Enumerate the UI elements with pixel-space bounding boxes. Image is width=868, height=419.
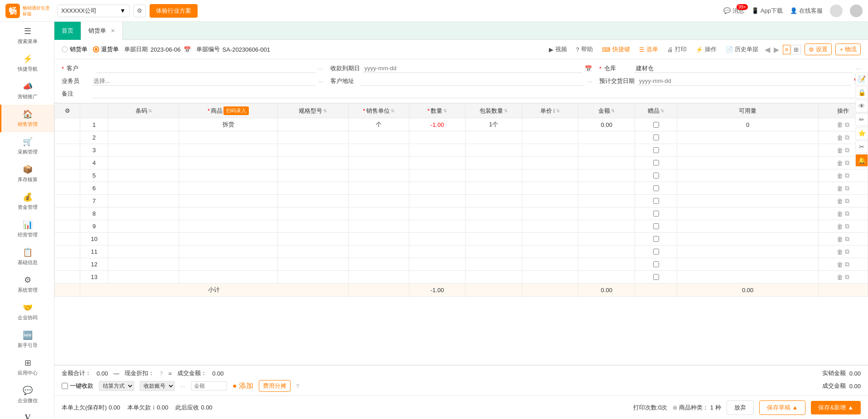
copy-row-icon[interactable]: ⧉ [845, 248, 849, 255]
row-barcode[interactable] [108, 182, 179, 195]
row-gift[interactable] [635, 157, 677, 169]
row-barcode[interactable] [108, 169, 179, 182]
sidebar-item-basic[interactable]: 📋 基础信息 [0, 243, 54, 270]
right-float-btn-1[interactable]: 📝 [855, 72, 868, 85]
row-pack-qty[interactable] [466, 182, 522, 195]
row-gift[interactable] [635, 207, 677, 220]
row-pack-qty[interactable] [466, 131, 522, 144]
grid-view-btn[interactable]: ⊞ [791, 45, 801, 54]
customer-dots[interactable]: ··· [318, 65, 323, 72]
row-unit[interactable] [348, 220, 409, 233]
help-btn[interactable]: ? 帮助 [573, 44, 596, 54]
row-gift[interactable] [635, 246, 677, 258]
row-spec[interactable] [278, 144, 349, 157]
payment-account-select[interactable]: 收款账号 [140, 381, 175, 391]
row-price[interactable] [522, 220, 578, 233]
row-gift[interactable] [635, 233, 677, 246]
shortcut-btn[interactable]: ⌨ 快捷键 [599, 44, 633, 54]
row-unit[interactable] [348, 207, 409, 220]
row-amount[interactable] [578, 195, 635, 207]
print-btn[interactable]: 🖨 打印 [664, 44, 689, 54]
row-amount[interactable] [578, 258, 635, 271]
copy-row-icon[interactable]: ⧉ [845, 197, 849, 205]
row-unit[interactable] [348, 169, 409, 182]
row-gift[interactable] [635, 144, 677, 157]
row-unit[interactable] [348, 144, 409, 157]
company-selector[interactable]: XXXXXX公司 ▼ [57, 5, 130, 17]
sidebar-item-finance[interactable]: 💰 资金管理 [0, 188, 54, 215]
row-product[interactable] [179, 131, 278, 144]
right-float-btn-2[interactable]: 🔒 [855, 86, 868, 99]
expected-date-input[interactable] [637, 77, 851, 86]
form-settings-btn[interactable]: ⚙ 设置 [805, 43, 832, 55]
total-owe-info-icon[interactable]: ℹ [153, 405, 155, 411]
row-amount[interactable] [578, 246, 635, 258]
row-product[interactable] [179, 233, 278, 246]
due-date-calendar-icon[interactable]: 📅 [585, 65, 592, 72]
app-download-btn[interactable]: 📱 App下载 [752, 7, 783, 15]
row-barcode[interactable] [108, 207, 179, 220]
row-price[interactable] [522, 195, 578, 207]
sidebar-item-marketing[interactable]: 📣 营销推广 [0, 77, 54, 105]
fee-split-btn[interactable]: 费用分摊 [259, 380, 291, 392]
one-click-checkbox[interactable] [62, 383, 68, 389]
row-price[interactable] [522, 246, 578, 258]
row-amount[interactable] [578, 182, 635, 195]
row-barcode[interactable] [108, 233, 179, 246]
tab-home[interactable]: 首页 [54, 22, 81, 40]
copy-row-icon[interactable]: ⧉ [845, 121, 849, 129]
delete-row-icon[interactable]: 🗑 [837, 261, 843, 268]
row-pack-qty[interactable] [466, 258, 522, 271]
row-price[interactable] [522, 258, 578, 271]
row-product[interactable] [179, 144, 278, 157]
row-product[interactable] [179, 220, 278, 233]
account-dots[interactable]: ··· [180, 383, 185, 390]
customer-addr-dots[interactable]: ··· [587, 78, 592, 85]
save-draft-btn[interactable]: 保存草稿 ▲ [759, 400, 806, 415]
row-unit[interactable] [348, 131, 409, 144]
delete-row-icon[interactable]: 🗑 [837, 134, 843, 141]
sidebar-item-operation[interactable]: 📊 经营管理 [0, 215, 54, 243]
row-price[interactable] [522, 157, 578, 169]
row-qty[interactable] [409, 169, 466, 182]
row-barcode[interactable] [108, 118, 179, 131]
save-new-btn[interactable]: 保存&新增 ▲ [811, 401, 861, 414]
row-qty[interactable] [409, 271, 466, 284]
warehouse-dots[interactable]: ··· [856, 65, 861, 72]
row-amount[interactable] [578, 207, 635, 220]
delete-row-icon[interactable]: 🗑 [837, 147, 843, 154]
row-barcode[interactable] [108, 271, 179, 284]
delete-row-icon[interactable]: 🗑 [837, 210, 843, 217]
row-spec[interactable] [278, 118, 349, 131]
row-spec[interactable] [278, 233, 349, 246]
row-qty[interactable] [409, 144, 466, 157]
next-record-icon[interactable]: ▶ [774, 45, 779, 54]
row-product[interactable]: 拆货 [179, 118, 278, 131]
row-spec[interactable] [278, 182, 349, 195]
row-qty[interactable] [409, 207, 466, 220]
due-date-input[interactable] [363, 64, 582, 73]
sidebar-item-inventory[interactable]: 📦 库存核算 [0, 160, 54, 188]
list-view-btn[interactable]: ≡ [783, 45, 791, 54]
row-qty[interactable] [409, 195, 466, 207]
delete-row-icon[interactable]: 🗑 [837, 197, 843, 205]
row-pack-qty[interactable] [466, 220, 522, 233]
scan-btn[interactable]: 扫码录入 [223, 106, 249, 115]
row-unit[interactable] [348, 195, 409, 207]
row-gift[interactable] [635, 118, 677, 131]
row-gift[interactable] [635, 220, 677, 233]
tab-sales-order[interactable]: 销货单 ✕ [81, 22, 123, 40]
settings-gear-btn[interactable]: ⚙ [133, 5, 146, 17]
row-qty[interactable] [409, 258, 466, 271]
row-qty[interactable] [409, 182, 466, 195]
fee-help-icon[interactable]: ? [296, 383, 299, 390]
row-pack-qty[interactable] [466, 169, 522, 182]
row-pack-qty[interactable] [466, 271, 522, 284]
row-barcode[interactable] [108, 258, 179, 271]
add-btn[interactable]: ● 添加 [233, 381, 253, 391]
salesperson-dots[interactable]: ··· [318, 78, 323, 85]
calendar-icon[interactable]: 📅 [184, 46, 191, 53]
customer-addr-input[interactable] [360, 77, 584, 86]
sidebar-item-apps[interactable]: ⊞ 应用中心 [0, 353, 54, 381]
operation-btn[interactable]: ⚡ 操作 [693, 44, 719, 54]
